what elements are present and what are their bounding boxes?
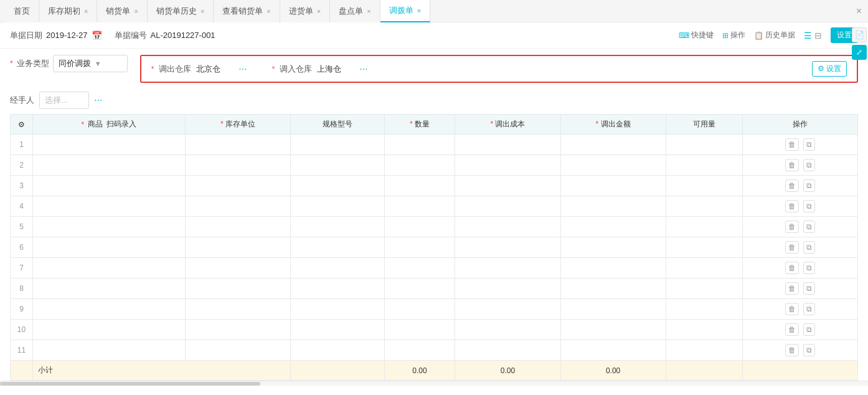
layout-icon-list[interactable]: ☰	[804, 31, 812, 40]
shortcuts-btn[interactable]: ⌨ 快捷键	[679, 30, 714, 40]
copy-btn-7[interactable]: ⧉	[803, 262, 815, 274]
cell-unit-9[interactable]	[185, 299, 290, 320]
cell-cost-9[interactable]	[455, 299, 560, 320]
cell-cost-2[interactable]	[455, 155, 560, 176]
history-btn[interactable]: 📋 历史单据	[754, 30, 795, 40]
cell-product-8[interactable]	[33, 278, 186, 299]
close-sales-history[interactable]: ×	[200, 7, 204, 15]
cell-spec-2[interactable]	[291, 155, 385, 176]
cell-available-4[interactable]	[666, 196, 742, 217]
cell-qty-5[interactable]	[384, 217, 455, 237]
cell-available-11[interactable]	[666, 340, 742, 361]
cell-available-1[interactable]	[666, 135, 742, 155]
cell-product-1[interactable]	[33, 135, 186, 155]
cell-amount-1[interactable]	[560, 135, 666, 155]
copy-btn-10[interactable]: ⧉	[803, 323, 815, 336]
handler-input[interactable]: 选择...	[39, 92, 89, 109]
delete-btn-5[interactable]: 🗑	[785, 221, 799, 233]
cell-product-6[interactable]	[33, 237, 186, 258]
cell-spec-9[interactable]	[291, 299, 385, 320]
cell-available-5[interactable]	[666, 217, 742, 237]
cell-spec-1[interactable]	[291, 135, 385, 155]
cell-product-10[interactable]	[33, 320, 186, 340]
cell-unit-11[interactable]	[185, 340, 290, 361]
cell-spec-8[interactable]	[291, 278, 385, 299]
operations-btn[interactable]: ⊞ 操作	[722, 30, 745, 40]
delete-btn-2[interactable]: 🗑	[785, 159, 799, 171]
in-wh-more-btn[interactable]: ···	[359, 64, 367, 74]
cell-amount-10[interactable]	[560, 320, 666, 340]
cell-amount-5[interactable]	[560, 217, 666, 237]
cell-spec-6[interactable]	[291, 237, 385, 258]
cell-spec-10[interactable]	[291, 320, 385, 340]
copy-btn-2[interactable]: ⧉	[803, 159, 815, 171]
wh-settings-btn[interactable]: ⚙ 设置	[812, 61, 847, 77]
tab-transfer[interactable]: 调拨单 ×	[380, 0, 430, 22]
cell-product-11[interactable]	[33, 340, 186, 361]
copy-btn-4[interactable]: ⧉	[803, 200, 815, 212]
cell-product-7[interactable]	[33, 258, 186, 278]
cell-product-9[interactable]	[33, 299, 186, 320]
cell-spec-3[interactable]	[291, 176, 385, 196]
side-doc-btn[interactable]: 📄	[852, 27, 867, 42]
cell-cost-6[interactable]	[455, 237, 560, 258]
cell-amount-6[interactable]	[560, 237, 666, 258]
cell-amount-11[interactable]	[560, 340, 666, 361]
delete-btn-3[interactable]: 🗑	[785, 179, 799, 192]
cell-cost-5[interactable]	[455, 217, 560, 237]
cell-qty-11[interactable]	[384, 340, 455, 361]
cell-product-4[interactable]	[33, 196, 186, 217]
copy-btn-6[interactable]: ⧉	[803, 241, 815, 254]
tab-home[interactable]: 首页	[5, 0, 39, 22]
delete-btn-7[interactable]: 🗑	[785, 262, 799, 274]
tab-sales-order[interactable]: 销货单 ×	[97, 0, 147, 22]
cell-cost-1[interactable]	[455, 135, 560, 155]
cell-amount-3[interactable]	[560, 176, 666, 196]
horizontal-scrollbar[interactable]	[0, 381, 868, 386]
cell-spec-7[interactable]	[291, 258, 385, 278]
cell-qty-7[interactable]	[384, 258, 455, 278]
cell-unit-2[interactable]	[185, 155, 290, 176]
cell-product-3[interactable]	[33, 176, 186, 196]
copy-btn-1[interactable]: ⧉	[803, 138, 815, 151]
cell-unit-8[interactable]	[185, 278, 290, 299]
close-transfer[interactable]: ×	[417, 7, 421, 14]
cell-cost-8[interactable]	[455, 278, 560, 299]
tab-inventory-check[interactable]: 盘点单 ×	[330, 0, 380, 22]
cell-qty-4[interactable]	[384, 196, 455, 217]
layout-icon-grid[interactable]: ⊟	[814, 31, 822, 40]
cell-qty-8[interactable]	[384, 278, 455, 299]
cell-available-9[interactable]	[666, 299, 742, 320]
cell-amount-2[interactable]	[560, 155, 666, 176]
cell-product-2[interactable]	[33, 155, 186, 176]
delete-btn-8[interactable]: 🗑	[785, 282, 799, 295]
cell-qty-1[interactable]	[384, 135, 455, 155]
delete-btn-6[interactable]: 🗑	[785, 241, 799, 254]
cell-unit-7[interactable]	[185, 258, 290, 278]
cell-qty-9[interactable]	[384, 299, 455, 320]
cell-cost-7[interactable]	[455, 258, 560, 278]
cell-unit-10[interactable]	[185, 320, 290, 340]
cell-spec-4[interactable]	[291, 196, 385, 217]
cell-cost-11[interactable]	[455, 340, 560, 361]
close-inventory-check[interactable]: ×	[367, 7, 370, 15]
cell-qty-3[interactable]	[384, 176, 455, 196]
scan-entry-btn[interactable]: 扫码录入	[106, 119, 136, 130]
cell-available-2[interactable]	[666, 155, 742, 176]
cell-spec-11[interactable]	[291, 340, 385, 361]
delete-btn-1[interactable]: 🗑	[785, 138, 799, 151]
delete-btn-10[interactable]: 🗑	[785, 323, 799, 336]
copy-btn-5[interactable]: ⧉	[803, 221, 815, 233]
copy-btn-3[interactable]: ⧉	[803, 179, 815, 192]
close-inventory-init[interactable]: ×	[84, 7, 88, 15]
cell-amount-7[interactable]	[560, 258, 666, 278]
tab-inventory-init[interactable]: 库存期初 ×	[39, 0, 97, 22]
delete-btn-4[interactable]: 🗑	[785, 200, 799, 212]
tab-purchase[interactable]: 进货单 ×	[280, 0, 330, 22]
cell-unit-4[interactable]	[185, 196, 290, 217]
cell-qty-10[interactable]	[384, 320, 455, 340]
delete-btn-9[interactable]: 🗑	[785, 303, 799, 315]
side-expand-btn[interactable]: ⤢	[852, 45, 867, 60]
cell-qty-6[interactable]	[384, 237, 455, 258]
cell-cost-3[interactable]	[455, 176, 560, 196]
